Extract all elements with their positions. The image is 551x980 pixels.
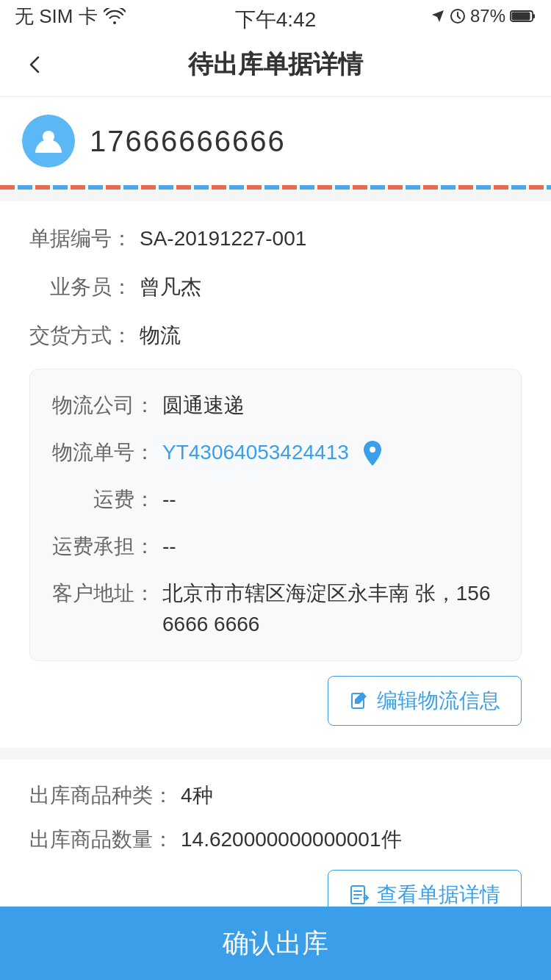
view-detail-label: 查看单据详情 xyxy=(377,881,500,909)
user-header: 17666666666 xyxy=(0,97,551,185)
order-number-value: SA-20191227-001 xyxy=(140,223,522,254)
address-row: 客户地址： 北京市市辖区海淀区永丰南 张，156 6666 6666 xyxy=(52,578,499,640)
order-info-section: 单据编号： SA-20191227-001 业务员： 曾凡杰 交货方式： 物流 … xyxy=(0,201,551,748)
content: 17666666666 单据编号： SA-20191227-001 业务员： 曾… xyxy=(0,97,551,980)
nav-bar: 待出库单据详情 xyxy=(0,32,551,97)
freight-bearer-label: 运费承担： xyxy=(52,531,155,562)
dashed-divider xyxy=(0,185,551,190)
section-divider xyxy=(0,748,551,760)
battery-percent: 87% xyxy=(470,6,505,26)
goods-types-row: 出库商品种类： 4种 xyxy=(29,782,522,810)
wifi-icon xyxy=(104,8,126,24)
edit-btn-row: 编辑物流信息 xyxy=(29,676,522,726)
svg-rect-3 xyxy=(512,12,530,21)
svg-rect-2 xyxy=(533,14,535,18)
location-arrow-icon xyxy=(431,9,445,24)
address-label: 客户地址： xyxy=(52,578,155,609)
clock-icon xyxy=(450,8,466,24)
status-bar: 无 SIM 卡 下午4:42 87% xyxy=(0,0,551,32)
order-number-label: 单据编号： xyxy=(29,223,132,254)
edit-logistics-label: 编辑物流信息 xyxy=(377,687,500,715)
page-title: 待出库单据详情 xyxy=(188,48,363,82)
freight-label: 运费： xyxy=(52,484,155,515)
address-value: 北京市市辖区海淀区永丰南 张，156 6666 6666 xyxy=(162,578,499,640)
edit-logistics-button[interactable]: 编辑物流信息 xyxy=(328,676,522,726)
goods-types-value: 4种 xyxy=(181,782,213,810)
freight-value: -- xyxy=(162,484,499,515)
avatar xyxy=(22,115,75,167)
logistics-company-label: 物流公司： xyxy=(52,390,155,421)
goods-quantity-label: 出库商品数量： xyxy=(29,826,173,854)
freight-row: 运费： -- xyxy=(52,484,499,515)
goods-quantity-value: 14.620000000000001件 xyxy=(181,826,402,854)
order-number-row: 单据编号： SA-20191227-001 xyxy=(29,223,522,254)
battery-icon xyxy=(510,10,536,23)
salesman-label: 业务员： xyxy=(29,272,132,303)
status-left: 无 SIM 卡 xyxy=(15,4,126,29)
status-time: 下午4:42 xyxy=(235,6,317,34)
salesman-value: 曾凡杰 xyxy=(140,272,522,303)
svg-point-6 xyxy=(370,447,375,453)
logistics-card: 物流公司： 圆通速递 物流单号： YT43064053424413 运费： -- xyxy=(29,369,522,661)
user-icon xyxy=(32,125,65,157)
delivery-value: 物流 xyxy=(140,320,522,351)
confirm-btn-text: 确认出库 xyxy=(223,926,328,962)
logistics-tracking-value: YT43064053424413 xyxy=(162,437,499,468)
salesman-row: 业务员： 曾凡杰 xyxy=(29,272,522,303)
logistics-company-value: 圆通速递 xyxy=(162,390,499,421)
goods-types-label: 出库商品种类： xyxy=(29,782,173,810)
logistics-company-row: 物流公司： 圆通速递 xyxy=(52,390,499,421)
back-button[interactable] xyxy=(18,47,53,82)
logistics-tracking-label: 物流单号： xyxy=(52,437,155,468)
status-right: 87% xyxy=(431,6,536,26)
confirm-btn-bar[interactable]: 确认出库 xyxy=(0,907,551,980)
no-sim-text: 无 SIM 卡 xyxy=(15,4,98,29)
map-pin-icon[interactable] xyxy=(359,439,386,466)
delivery-label: 交货方式： xyxy=(29,320,132,351)
edit-icon xyxy=(349,691,370,711)
delivery-row: 交货方式： 物流 xyxy=(29,320,522,351)
logistics-tracking-row: 物流单号： YT43064053424413 xyxy=(52,437,499,468)
freight-bearer-value: -- xyxy=(162,531,499,562)
goods-quantity-row: 出库商品数量： 14.620000000000001件 xyxy=(29,826,522,854)
document-icon xyxy=(349,884,370,905)
tracking-number-text: YT43064053424413 xyxy=(162,437,349,468)
user-phone: 17666666666 xyxy=(90,125,286,158)
freight-bearer-row: 运费承担： -- xyxy=(52,531,499,562)
